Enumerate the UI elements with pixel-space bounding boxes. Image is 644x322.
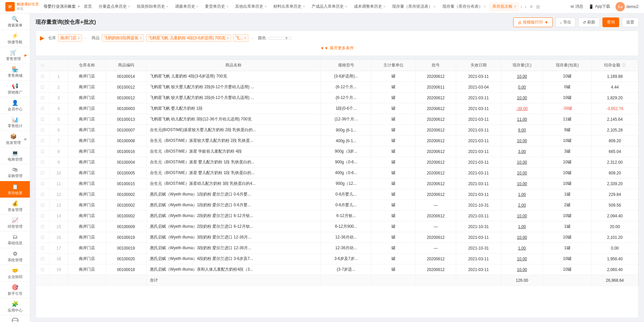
tab-2[interactable]: 组装拆卸单历史 × bbox=[133, 2, 172, 11]
checkbox-icon[interactable]: ☐ bbox=[41, 235, 44, 240]
account-dropdown[interactable]: 母婴行业演示账套 ▼ bbox=[44, 4, 80, 9]
query-btn[interactable]: 查询 bbox=[602, 17, 619, 27]
tab-3[interactable]: 调拨单历史 × bbox=[172, 2, 202, 11]
checkbox-icon[interactable]: ☐ bbox=[41, 117, 44, 122]
product-tag-1-remove[interactable]: × bbox=[140, 36, 142, 40]
checkbox-icon[interactable]: ☐ bbox=[41, 139, 44, 143]
product-tag-1[interactable]: 飞鹤奶粉3段两提装 × bbox=[102, 34, 144, 42]
product-tag-3-remove[interactable]: × bbox=[244, 36, 246, 40]
close-icon[interactable]: × bbox=[345, 5, 347, 8]
checkbox-icon[interactable]: ☐ bbox=[41, 214, 44, 218]
row-checkbox[interactable]: ☐ bbox=[36, 221, 49, 232]
row-checkbox[interactable]: ☐ bbox=[36, 178, 49, 189]
row-checkbox[interactable]: ☐ bbox=[36, 136, 49, 146]
message-btn[interactable]: ✉ 消息 bbox=[571, 4, 583, 9]
export-btn[interactable]: ↓ 导出 bbox=[555, 17, 576, 27]
row-checkbox[interactable]: ☐ bbox=[36, 71, 49, 82]
tab-expand-icon[interactable]: ⊞ bbox=[535, 4, 541, 9]
row-checkbox[interactable]: ☐ bbox=[36, 189, 49, 200]
checkbox-icon[interactable]: ☐ bbox=[41, 96, 44, 100]
close-icon[interactable]: × bbox=[484, 5, 486, 8]
close-icon[interactable]: × bbox=[128, 5, 130, 8]
app-download-btn[interactable]: 📱 App下载 bbox=[589, 4, 610, 9]
sidebar-item-retail-stats[interactable]: 📊 零售统计 bbox=[0, 114, 30, 131]
tab-7[interactable]: 产成品入库单历史 × bbox=[308, 2, 351, 11]
row-checkbox[interactable]: ☐ bbox=[36, 82, 49, 93]
checkbox-icon[interactable]: ☐ bbox=[41, 181, 44, 186]
sidebar-item-basics[interactable]: 🗂 基础信息 bbox=[0, 231, 30, 248]
checkbox-icon[interactable]: ☐ bbox=[41, 257, 44, 261]
checkbox-icon[interactable]: ☐ bbox=[41, 192, 44, 197]
close-icon[interactable]: × bbox=[265, 5, 267, 8]
close-icon[interactable]: × bbox=[303, 5, 305, 8]
row-checkbox[interactable]: ☐ bbox=[36, 232, 49, 243]
checkbox-icon[interactable]: ☐ bbox=[41, 149, 44, 154]
row-checkbox[interactable]: ☐ bbox=[36, 146, 49, 157]
sidebar-item-ecommerce[interactable]: 💻 电商管理 bbox=[0, 148, 30, 164]
tab-home[interactable]: 首页 bbox=[80, 2, 95, 11]
row-checkbox[interactable]: ☐ bbox=[36, 200, 49, 211]
sidebar-item-wholesale[interactable]: 📦 批发管理 ▶ bbox=[0, 131, 30, 148]
product-tag-2[interactable]: 飞鹤星飞帆 儿童奶粉 4段(3-6岁适用) 700克 × bbox=[146, 34, 231, 42]
tab-close-all-icon[interactable]: ✕ bbox=[528, 4, 535, 9]
checkbox-icon[interactable]: ☐ bbox=[41, 128, 44, 132]
sidebar-item-marketing[interactable]: 📢 营销推广 bbox=[0, 80, 30, 97]
tab-1[interactable]: 分量盘点单历史 × bbox=[95, 2, 133, 11]
checkbox-icon[interactable]: ☐ bbox=[41, 74, 44, 79]
checkbox-icon[interactable]: ☐ bbox=[41, 267, 44, 272]
tab-8[interactable]: 成本调整单历史 × bbox=[351, 2, 389, 11]
close-icon[interactable]: × bbox=[383, 5, 385, 8]
tab-10[interactable]: 现存量（库存分布表） × bbox=[439, 2, 489, 11]
checkbox-icon[interactable]: ☐ bbox=[41, 106, 44, 111]
close-icon[interactable]: × bbox=[166, 5, 168, 8]
sidebar-item-inventory[interactable]: 📋 库存核算 bbox=[0, 181, 30, 198]
select-all-checkbox[interactable]: ☉ bbox=[41, 63, 44, 68]
row-checkbox[interactable]: ☐ bbox=[36, 103, 49, 114]
close-icon[interactable]: × bbox=[197, 5, 199, 8]
amount-info-icon[interactable]: ⓘ bbox=[622, 63, 626, 67]
tab-9[interactable]: 现存量（库存状况表） × bbox=[389, 2, 439, 11]
row-checkbox[interactable]: ☐ bbox=[36, 93, 49, 103]
row-checkbox[interactable]: ☐ bbox=[36, 125, 49, 136]
tab-5[interactable]: 其他出库单历史 × bbox=[232, 2, 270, 11]
sidebar-item-appcenter[interactable]: 🧩 应用中心 bbox=[0, 299, 30, 315]
close-icon[interactable]: × bbox=[434, 5, 436, 8]
sidebar-item-search[interactable]: 🔍 搜索菜单 bbox=[0, 13, 30, 30]
sidebar-item-collab[interactable]: 🤝 企业协同 bbox=[0, 265, 30, 282]
checkbox-icon[interactable]: ☐ bbox=[41, 171, 44, 175]
tab-6[interactable]: 材料出库单历史 × bbox=[270, 2, 308, 11]
tab-next-arrow[interactable]: › bbox=[524, 4, 528, 9]
row-checkbox[interactable]: ☐ bbox=[36, 211, 49, 221]
sidebar-item-business[interactable]: 📈 经营管理 bbox=[0, 215, 30, 231]
sidebar-item-finance[interactable]: 💰 资金管理 bbox=[0, 198, 30, 215]
color-select[interactable]: ▼ bbox=[268, 37, 291, 40]
checkbox-icon[interactable]: ☐ bbox=[41, 246, 44, 251]
sidebar-item-member[interactable]: 👤 会员中心 bbox=[0, 97, 30, 114]
row-checkbox[interactable]: ☐ bbox=[36, 243, 49, 254]
product-tag-2-remove[interactable]: × bbox=[227, 36, 229, 40]
user-area[interactable]: Ea demo2 bbox=[615, 2, 639, 11]
warehouse-tag-remove[interactable]: × bbox=[78, 36, 80, 40]
refresh-btn[interactable]: ↺ 刷新 bbox=[578, 17, 600, 27]
sidebar-item-wechat[interactable]: 💬 企业微信 bbox=[0, 315, 30, 322]
close-icon[interactable]: × bbox=[226, 5, 228, 8]
expand-more-btn[interactable]: ▼▼ 展开更多条件 bbox=[40, 44, 634, 52]
checkbox-icon[interactable]: ☐ bbox=[41, 85, 44, 90]
product-tag-3[interactable]: 飞... × bbox=[233, 34, 249, 42]
row-checkbox[interactable]: ☐ bbox=[36, 114, 49, 125]
close-icon[interactable]: × bbox=[514, 5, 516, 8]
sidebar-item-system[interactable]: ⚙ 系统管理 bbox=[0, 248, 30, 265]
row-checkbox[interactable]: ☐ bbox=[36, 254, 49, 264]
sidebar-item-retail[interactable]: 🛒 零售管理 ▶ bbox=[0, 47, 30, 64]
sidebar-item-shortcut[interactable]: ⚡ 快捷导航 bbox=[0, 30, 30, 47]
row-checkbox[interactable]: ☐ bbox=[36, 157, 49, 168]
print-btn[interactable]: 🖨 按模板打印 ▼ bbox=[513, 17, 553, 27]
checkbox-icon[interactable]: ☐ bbox=[41, 224, 44, 229]
sidebar-item-guide[interactable]: 🎯 新手引导 bbox=[0, 282, 30, 299]
warehouse-tag[interactable]: 南岸门店 × bbox=[58, 34, 82, 42]
expand-filter-btn[interactable]: ▶ bbox=[40, 35, 44, 41]
settings-btn[interactable]: 设置 bbox=[622, 17, 639, 27]
sidebar-item-retail-mall[interactable]: 🏪 零售商城 bbox=[0, 64, 30, 80]
checkbox-icon[interactable]: ☐ bbox=[41, 203, 44, 208]
tab-prev-arrow[interactable]: ‹ bbox=[519, 4, 524, 9]
